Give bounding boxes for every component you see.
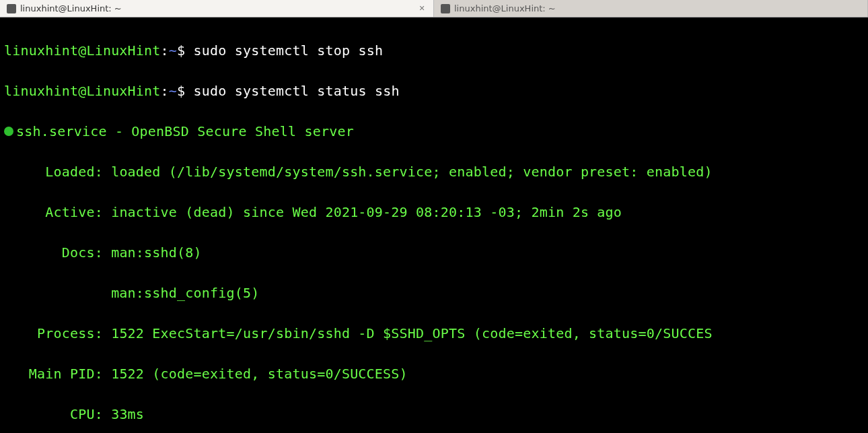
command-line: linuxhint@LinuxHint:~$ sudo systemctl st… — [4, 40, 864, 61]
prompt-colon: : — [161, 42, 169, 59]
service-header: ssh.service - OpenBSD Secure Shell serve… — [4, 121, 864, 141]
prompt-path: ~ — [169, 42, 177, 59]
status-dot-icon — [4, 127, 13, 136]
prompt-user: linuxhint@LinuxHint — [4, 42, 161, 59]
terminal-output[interactable]: linuxhint@LinuxHint:~$ sudo systemctl st… — [0, 18, 868, 433]
prompt-colon: : — [161, 83, 169, 99]
status-label: Docs: — [4, 244, 111, 261]
status-docs-2: man:sshd_config(5) — [4, 283, 864, 303]
status-loaded: Loaded: loaded (/lib/systemd/system/ssh.… — [4, 162, 864, 182]
status-label: Active: — [4, 204, 111, 220]
status-cpu: CPU: 33ms — [4, 404, 864, 424]
status-label: Process: — [4, 325, 111, 341]
status-mainpid: Main PID: 1522 (code=exited, status=0/SU… — [4, 364, 864, 384]
status-label: CPU: — [4, 406, 111, 422]
prompt-dollar: $ — [177, 83, 185, 99]
prompt-path: ~ — [169, 83, 177, 99]
tab-bar: linuxhint@LinuxHint: ~ ✕ linuxhint@Linux… — [0, 0, 868, 18]
tab-title: linuxhint@LinuxHint: ~ — [20, 3, 417, 13]
command-text: sudo systemctl stop ssh — [194, 42, 384, 59]
terminal-icon — [441, 4, 450, 13]
status-value: man:sshd(8) — [111, 244, 202, 261]
status-label: Loaded: — [4, 164, 111, 180]
prompt-dollar: $ — [177, 42, 185, 59]
status-docs: Docs: man:sshd(8) — [4, 242, 864, 263]
service-header-text: ssh.service - OpenBSD Secure Shell serve… — [16, 123, 354, 139]
status-label: Main PID: — [4, 366, 111, 382]
status-active: Active: inactive (dead) since Wed 2021-0… — [4, 202, 864, 222]
status-value: 33ms — [111, 406, 144, 422]
tab-title: linuxhint@LinuxHint: ~ — [454, 3, 861, 13]
tab-terminal-1[interactable]: linuxhint@LinuxHint: ~ ✕ — [0, 0, 434, 17]
command-line: linuxhint@LinuxHint:~$ sudo systemctl st… — [4, 81, 864, 101]
status-value: inactive (dead) since Wed 2021-09-29 08:… — [111, 204, 622, 220]
terminal-icon — [7, 4, 16, 13]
status-value: 1522 ExecStart=/usr/sbin/sshd -D $SSHD_O… — [111, 325, 713, 341]
close-icon[interactable]: ✕ — [417, 4, 427, 13]
command-text: sudo systemctl status ssh — [194, 83, 400, 99]
status-value: loaded (/lib/systemd/system/ssh.service;… — [111, 164, 713, 180]
tab-terminal-2[interactable]: linuxhint@LinuxHint: ~ — [434, 0, 868, 17]
status-process: Process: 1522 ExecStart=/usr/sbin/sshd -… — [4, 323, 864, 343]
status-value: 1522 (code=exited, status=0/SUCCESS) — [111, 366, 408, 382]
prompt-user: linuxhint@LinuxHint — [4, 83, 161, 99]
